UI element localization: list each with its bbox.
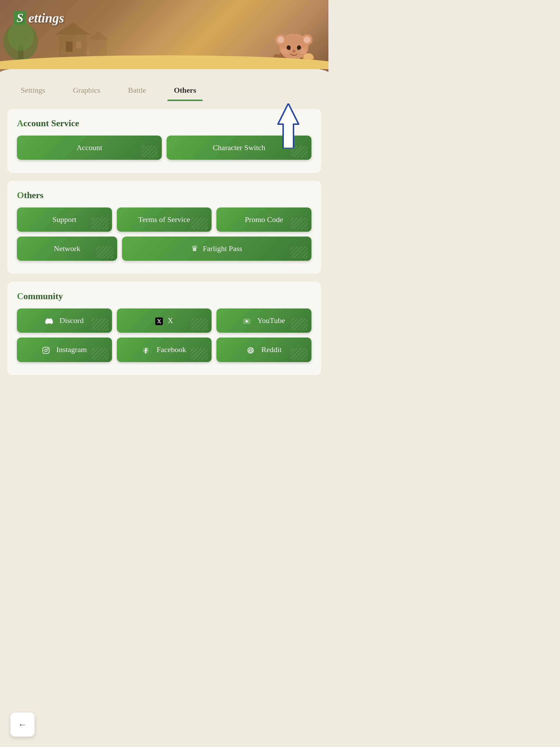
svg-point-2 (8, 22, 34, 51)
discord-button[interactable]: Discord (17, 308, 112, 333)
tab-graphics[interactable]: Graphics (59, 80, 114, 101)
community-row1: Discord X YouTube (17, 308, 311, 333)
svg-rect-5 (66, 42, 73, 52)
community-row2: Instagram Facebook (17, 338, 311, 362)
promo-code-button[interactable]: Promo Code (216, 208, 311, 232)
main-content: Account Service Account Character Switch… (0, 101, 328, 417)
svg-point-30 (45, 349, 47, 352)
facebook-icon (142, 345, 154, 354)
instagram-button[interactable]: Instagram (17, 338, 112, 362)
youtube-icon (243, 316, 255, 325)
svg-point-20 (298, 48, 307, 54)
tabs-container: Settings Graphics Battle Others (0, 80, 328, 101)
others-card: Others Support Terms of Service Promo Co… (7, 180, 321, 274)
discord-icon (45, 316, 57, 325)
youtube-button[interactable]: YouTube (216, 308, 311, 333)
terms-button[interactable]: Terms of Service (117, 208, 212, 232)
svg-point-16 (304, 36, 310, 43)
tab-battle[interactable]: Battle (114, 80, 160, 101)
header-banner: Settings (0, 0, 328, 80)
others-title: Others (17, 190, 311, 201)
account-service-card: Account Service Account Character Switch (7, 108, 321, 173)
page-title: Settings (14, 10, 64, 26)
account-service-title: Account Service (17, 118, 311, 129)
svg-marker-8 (88, 31, 109, 40)
crown-icon: ♛ (191, 244, 198, 253)
svg-point-31 (47, 348, 48, 349)
community-card: Community Discord X (7, 281, 321, 376)
x-icon (155, 317, 163, 325)
facebook-button[interactable]: Facebook (117, 338, 212, 362)
network-button[interactable]: Network (17, 237, 117, 261)
svg-point-38 (252, 348, 253, 349)
x-button[interactable]: X (117, 308, 212, 333)
svg-rect-6 (76, 42, 81, 48)
reddit-icon (246, 345, 259, 354)
support-button[interactable]: Support (17, 208, 112, 232)
farlight-pass-button[interactable]: ♛ Farlight Pass (122, 237, 311, 261)
svg-point-36 (249, 350, 250, 351)
svg-point-33 (247, 347, 254, 354)
reddit-button[interactable]: Reddit (216, 338, 311, 362)
svg-point-19 (281, 48, 289, 54)
svg-rect-29 (43, 347, 49, 353)
account-button[interactable]: Account (17, 136, 162, 160)
header-wave (0, 62, 328, 80)
character-switch-button[interactable]: Character Switch (167, 136, 311, 160)
tab-settings[interactable]: Settings (7, 80, 59, 101)
account-buttons-row: Account Character Switch (17, 136, 311, 160)
tab-others[interactable]: Others (160, 80, 210, 101)
svg-point-37 (251, 350, 252, 351)
community-title: Community (17, 291, 311, 302)
instagram-icon (42, 345, 54, 354)
others-row1: Support Terms of Service Promo Code (17, 208, 311, 232)
svg-point-21 (292, 50, 296, 53)
svg-point-14 (277, 36, 284, 43)
title-s-icon: S (14, 11, 26, 25)
others-row2: Network ♛ Farlight Pass (17, 237, 311, 261)
